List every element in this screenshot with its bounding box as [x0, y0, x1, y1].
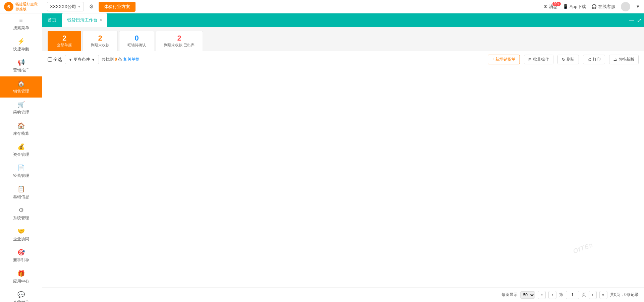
- stat-all-num: 2: [62, 34, 66, 43]
- online-service-icon: 🎧: [591, 4, 597, 9]
- inventory-icon: 🏠: [17, 122, 25, 129]
- purchase-icon: 🛒: [17, 101, 25, 108]
- print-icon: 🖨: [587, 57, 591, 62]
- enterprise-icon: 🤝: [17, 228, 25, 235]
- sidebar-item-basic-info[interactable]: 📋 基础信息: [0, 182, 42, 203]
- app-download-button[interactable]: 📱 App下载: [563, 4, 586, 10]
- guide-icon: 🎯: [17, 249, 25, 256]
- sidebar-item-sales-label: 销售管理: [13, 88, 29, 94]
- sidebar-item-operations-label: 经营管理: [13, 173, 29, 179]
- tab-bar: 首页 钱货日清工作台 × — ⤢: [42, 13, 644, 27]
- refresh-label: 刷新: [567, 57, 575, 62]
- sidebar-item-operations[interactable]: 📄 经营管理: [0, 161, 42, 182]
- tab-home[interactable]: 首页: [42, 13, 62, 27]
- filter-chevron-icon: ▼: [91, 57, 95, 62]
- sidebar-item-enterprise-label: 企业协同: [13, 236, 29, 242]
- tab-daily-clear-label: 钱货日清工作台: [67, 17, 98, 23]
- main-layout: ≡ 搜索菜单 ⚡ 快捷导航 📢 营销推广 🏠 销售管理 🛒 采购管理 🏠 库存核…: [0, 13, 644, 302]
- page-number-input[interactable]: [566, 291, 579, 299]
- filter-icon: ▼: [68, 57, 72, 62]
- operations-icon: 📄: [17, 164, 25, 172]
- stat-wang-num: 0: [135, 34, 139, 43]
- sidebar-item-app-center[interactable]: 🎁 应用中心: [0, 266, 42, 288]
- sidebar-item-finance[interactable]: 💰 资金管理: [0, 140, 42, 161]
- company-selector[interactable]: XXXXXX公司 ▼: [47, 2, 84, 11]
- logo-icon: 6: [4, 2, 13, 11]
- batch-label: 批量操作: [533, 57, 549, 62]
- select-all-input[interactable]: [48, 57, 52, 62]
- user-menu[interactable]: ▼: [636, 4, 640, 9]
- marketing-icon: 📢: [17, 59, 25, 66]
- app-download-icon: 📱: [563, 4, 568, 9]
- tab-maximize-icon[interactable]: ⤢: [637, 17, 641, 23]
- sidebar-item-finance-label: 资金管理: [13, 152, 29, 158]
- experience-button[interactable]: 体验行业方案: [99, 2, 136, 12]
- related-link[interactable]: 相关单据: [123, 57, 140, 62]
- sidebar-item-guide[interactable]: 🎯 新手引导: [0, 245, 42, 266]
- tab-minimize-icon[interactable]: —: [629, 17, 634, 23]
- settings-button[interactable]: ⚙: [87, 2, 96, 11]
- first-page-button[interactable]: «: [538, 291, 546, 299]
- sidebar-item-system-label: 系统管理: [13, 215, 29, 221]
- toolbar-left: 全选 ▼ 更多条件 ▼ 共找到 0 条 相关单据: [48, 55, 485, 64]
- sidebar-item-quick-nav[interactable]: ⚡ 快捷导航: [0, 34, 42, 55]
- sidebar-item-purchase-label: 采购管理: [13, 110, 29, 115]
- user-chevron-icon: ▼: [636, 4, 640, 9]
- sidebar-item-marketing-label: 营销推广: [13, 67, 29, 73]
- sales-icon: 🏠: [17, 80, 25, 87]
- message-button[interactable]: ✉ 消息 99+: [544, 4, 557, 10]
- top-bar-right: ✉ 消息 99+ 📱 App下载 🎧 在线客服 ▼: [544, 2, 640, 11]
- stat-overdue-label: 到期未收款: [91, 43, 109, 48]
- prev-page-button[interactable]: ‹: [548, 291, 556, 299]
- logo-line1: 畅捷通好生意: [15, 2, 38, 6]
- finance-icon: 💰: [17, 143, 25, 150]
- stat-tab-overdue[interactable]: 2 到期未收款: [83, 31, 118, 51]
- sidebar-item-purchase[interactable]: 🛒 采购管理: [0, 98, 42, 119]
- next-page-button[interactable]: ›: [589, 291, 597, 299]
- switch-version-button[interactable]: ⇄ 切换新版: [609, 55, 639, 64]
- app-download-label: App下载: [570, 4, 586, 10]
- sidebar-item-inventory[interactable]: 🏠 库存核算: [0, 119, 42, 140]
- count-num: 0: [115, 57, 117, 62]
- stat-tab-all[interactable]: 2 全部单据: [48, 31, 81, 51]
- count-unit: 条: [118, 57, 122, 62]
- table-area: [42, 68, 644, 287]
- sidebar-item-system[interactable]: ⚙ 系统管理: [0, 203, 42, 224]
- wechat-icon: 💬: [17, 291, 25, 298]
- print-button[interactable]: 🖨 打印: [583, 55, 605, 64]
- stat-tab-shipped[interactable]: 2 到期未收款 已出库: [156, 31, 203, 51]
- sidebar-item-marketing[interactable]: 📢 营销推广: [0, 55, 42, 76]
- sidebar-item-inventory-label: 库存核算: [13, 131, 29, 136]
- sidebar-item-sales[interactable]: 🏠 销售管理: [0, 76, 42, 98]
- stat-wang-label: 旺辅待确认: [127, 43, 146, 48]
- last-page-button[interactable]: »: [599, 291, 607, 299]
- sidebar-item-quick-nav-label: 快捷导航: [13, 46, 29, 52]
- message-icon: ✉: [544, 4, 547, 9]
- add-sales-order-button[interactable]: + 新增销货单: [488, 55, 520, 64]
- sidebar-item-search[interactable]: ≡ 搜索菜单: [0, 13, 42, 34]
- total-count-text: 共0页，0条记录: [610, 292, 639, 298]
- system-icon: ⚙: [18, 206, 24, 214]
- refresh-button[interactable]: ↻ 刷新: [557, 55, 579, 64]
- tab-daily-clear[interactable]: 钱货日清工作台 ×: [62, 13, 107, 27]
- content-area: 首页 钱货日清工作台 × — ⤢ 2 全部单据 2 到期未收款: [42, 13, 644, 302]
- quick-nav-icon: ⚡: [17, 38, 25, 45]
- batch-icon: ⊞: [528, 57, 532, 62]
- tab-close-icon[interactable]: ×: [100, 18, 102, 22]
- stats-tabs: 2 全部单据 2 到期未收款 0 旺辅待确认 2 到期未收款 已出库: [42, 27, 644, 51]
- page-end-label: 页: [582, 292, 586, 298]
- sidebar-item-enterprise[interactable]: 🤝 企业协同: [0, 224, 42, 245]
- online-service-button[interactable]: 🎧 在线客服: [591, 4, 615, 10]
- avatar[interactable]: [621, 2, 630, 11]
- stat-tab-wang[interactable]: 0 旺辅待确认: [119, 31, 154, 51]
- sidebar-item-guide-label: 新手引导: [13, 257, 29, 263]
- per-page-select[interactable]: 50: [520, 291, 535, 299]
- filter-label: 更多条件: [74, 57, 90, 62]
- filter-button[interactable]: ▼ 更多条件 ▼: [65, 55, 99, 64]
- logo-area: 6 畅捷通好生意 标准版: [4, 2, 44, 11]
- select-all-checkbox[interactable]: 全选: [48, 57, 62, 63]
- sidebar-item-wechat[interactable]: 💬 企业微信: [0, 288, 42, 302]
- batch-operation-button[interactable]: ⊞ 批量操作: [524, 55, 553, 64]
- sidebar: ≡ 搜索菜单 ⚡ 快捷导航 📢 营销推广 🏠 销售管理 🛒 采购管理 🏠 库存核…: [0, 13, 42, 302]
- print-label: 打印: [593, 57, 601, 62]
